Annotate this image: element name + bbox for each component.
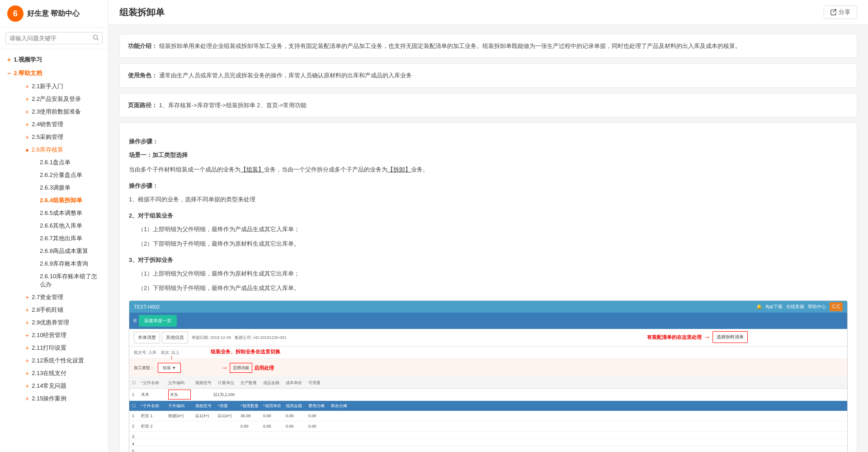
svg-line-1 [97, 39, 99, 40]
sidebar-item-2-13[interactable]: + 2.13在线支付 [13, 367, 108, 380]
sidebar-item-2-4[interactable]: + 2.4销售管理 [13, 118, 108, 131]
scene1-label: 场景一：加工类型选择 [129, 149, 848, 161]
main-area: 组装拆卸单 分享 功能介绍： 组装拆卸单用来处理企业组装或拆卸等加工业务，支持有… [108, 0, 868, 452]
ss-qty-label: 批次号: 入库 [134, 348, 156, 357]
ss-table-lower-wrap: ☐ *子件名称 子件编码 规格型号 *用量 *领用数量 *领用单价 领用金额 费… [129, 401, 847, 452]
ss-subnav: ☰ 新建单据一览 [129, 313, 847, 329]
sidebar-item-2-14[interactable]: + 2.14常见问题 [13, 380, 108, 392]
role-block: 使用角色： 通常由生产人员或库管人员完成拆装业务的操作，库管人员确认原材料的出库… [119, 63, 857, 87]
ss-type-assemble[interactable]: 组装 ▼ [158, 363, 181, 373]
annotation-3: ↑ 组装业务、拆卸业务在这里切换 [197, 347, 280, 357]
ss-top-icons: 🔔App下载在线客服帮助中心C.C [756, 302, 843, 311]
ss-lower-row-4: 4 [129, 439, 847, 446]
sidebar-item-docs[interactable]: − 2.帮助文档 [0, 67, 108, 80]
sidebar-item-2-6-10[interactable]: 2.6.10库存账本错了怎么办 [20, 270, 108, 291]
scene1-desc: 当由多个子件材料组装成一个成品的业务为【组装】业务，当由一个父件拆分成多个子产品… [129, 164, 848, 176]
screenshot-image: TEST-H002 🔔App下载在线客服帮助中心C.C ☰ 新建单据一览 本体清… [129, 300, 848, 452]
sidebar-item-videos[interactable]: + 1.视频学习 [0, 53, 108, 67]
ops-steps-label: 操作步骤： [129, 180, 848, 192]
sidebar-item-2-8[interactable]: + 2.8手机旺铺 [13, 304, 108, 316]
ss-lower-row-1: 1 栏目 1 依据(4+) 以1(3+) 以1(4+) 30.00 0.00 0… [129, 411, 847, 421]
ss-lower-row-5: 5 [129, 446, 847, 452]
annotation-1: 有装配清单的在这里处理 → 选择拆料清单 [647, 330, 748, 344]
content-area: 功能介绍： 组装拆卸单用来处理企业组装或拆卸等加工业务，支持有固定装配清单的产品… [108, 25, 868, 452]
collapse-icon: − [7, 70, 11, 77]
ss-lower-row-2: 2 栏目 2 0.00 0.00 0.00 0.00 [129, 421, 847, 432]
share-icon [830, 9, 837, 15]
sidebar-item-2-1[interactable]: + 2.1新手入门 [13, 80, 108, 93]
ss-row-1: 1 木木 木头 以1为上100 [129, 389, 847, 401]
step2-1: （1）上部明细为父件明细，最终作为产成品生成其它入库单； [129, 224, 848, 235]
sidebar-item-2-12[interactable]: + 2.12系统个性化设置 [13, 354, 108, 367]
sidebar-item-2-9[interactable]: + 2.9优惠券管理 [13, 316, 108, 329]
step3: 3、对于拆卸业务 [129, 254, 848, 266]
sidebar-item-2-6-3[interactable]: 2.6.3调拨单 [20, 181, 108, 194]
search-icon[interactable] [93, 34, 99, 42]
step1: 1、根据不同的业务，选择不同单据的类型来处理 [129, 194, 848, 205]
ops-body: 操作步骤： 场景一：加工类型选择 当由多个子件材料组装成一个成品的业务为【组装】… [119, 123, 857, 452]
page-title: 组装拆卸单 [119, 6, 165, 19]
ss-date-label: 单据日期: 2019-12-26 [192, 333, 231, 342]
sidebar-item-2-6-2[interactable]: 2.6.2分量盘点单 [20, 169, 108, 181]
ss-type-text: 加工类型： [134, 364, 154, 372]
ss-select-btn[interactable]: 选择拆料清单 [712, 331, 748, 343]
step3-2: （2）下部明细为子件明细，最终作为产成品生成其它入库单。 [129, 282, 848, 294]
sidebar-item-2-10[interactable]: + 2.10经营管理 [13, 329, 108, 342]
ops-label: 操作步骤： [129, 136, 848, 147]
path-text: 1、库存核算->库存管理->组装拆卸单 2、首页->常用功能 [159, 102, 307, 109]
sidebar-item-2-6-6[interactable]: 2.6.6其他入库单 [20, 219, 108, 232]
step2-2: （2）下部明细为子件明细，最终作为原材料生成其它出库单。 [129, 238, 848, 250]
sidebar-item-2-6[interactable]: ● 2.6库存核算 [13, 143, 108, 156]
ss-table-upper: 1 木木 木头 以1为上100 [129, 389, 847, 401]
sidebar-item-2-15[interactable]: + 2.15操作案例 [13, 392, 108, 405]
sidebar-header: 6 好生意 帮助中心 [0, 0, 108, 28]
sidebar-item-2-5[interactable]: + 2.5采购管理 [13, 131, 108, 143]
role-label: 使用角色： [128, 72, 157, 79]
sidebar-item-2-11[interactable]: + 2.11打印设置 [13, 342, 108, 354]
sidebar-item-2-6-8[interactable]: 2.6.8商品成本重算 [20, 245, 108, 257]
ss-form-tabs: 本体清楚 其他信息 [134, 332, 188, 343]
nav-sub-docs: + 2.1新手入门 + 2.2产品安装及登录 + 2.3使用前数据准备 + 2.… [0, 80, 108, 405]
ss-tab-other[interactable]: 其他信息 [162, 332, 188, 343]
top-bar: 组装拆卸单 分享 [108, 0, 868, 25]
search-box [0, 28, 108, 49]
search-input[interactable] [5, 32, 103, 44]
ss-lower-header: ☐ *子件名称 子件编码 规格型号 *用量 *领用数量 *领用单价 领用金额 费… [129, 401, 847, 411]
step3-1: （1）上部明细为父件明细，最终作为原材料生成其它出库单； [129, 268, 848, 280]
sidebar: 6 好生意 帮助中心 + 1.视频学习 − 2.帮助文档 [0, 0, 108, 452]
ss-type-selector: 加工类型： 组装 ▼ → 启用功能 启用处理 [129, 359, 847, 377]
sidebar-item-2-6-5[interactable]: 2.6.5成本调整单 [20, 207, 108, 219]
ss-type-row: 批次号: 入库 批次: 以上 ↑ 组装业务、拆卸业务在这里切换 [129, 347, 847, 359]
ss-new-tab[interactable]: 新建单据一览 [139, 315, 177, 327]
ss-lower-row-3: 3 [129, 432, 847, 439]
logo-icon: 6 [7, 5, 24, 22]
active-dot-icon: ● [25, 147, 29, 153]
nav-tree: + 1.视频学习 − 2.帮助文档 + 2.1新手入门 + 2.2产品安装及登录… [0, 49, 108, 452]
ss-app-title: TEST-H002 [134, 302, 160, 312]
nav-sub-2-6: 2.6.1盘点单 2.6.2分量盘点单 2.6.3调拨单 2.6.4组装拆卸单 … [13, 156, 108, 291]
sidebar-item-2-3[interactable]: + 2.3使用前数据准备 [13, 105, 108, 118]
annotation-4: → 启用功能 启用处理 [221, 361, 274, 375]
role-text: 通常由生产人员或库管人员完成拆装业务的操作，库管人员确认原材料的出库和产成品的入… [159, 72, 412, 79]
step2: 2、对于组装业务 [129, 210, 848, 222]
logo-text: 好生意 帮助中心 [27, 9, 80, 19]
ss-tab-detail[interactable]: 本体清楚 [134, 332, 160, 343]
sidebar-item-2-2[interactable]: + 2.2产品安装及登录 [13, 93, 108, 105]
path-block: 页面路径： 1、库存核算->库存管理->组装拆卸单 2、首页->常用功能 [119, 93, 857, 117]
ss-enable-btn[interactable]: 启用功能 [230, 363, 252, 373]
sidebar-item-2-6-7[interactable]: 2.6.7其他出库单 [20, 232, 108, 245]
ss-form-row1: 本体清楚 其他信息 单据日期: 2019-12-26 集团公司: AD-2019… [129, 329, 847, 347]
sidebar-item-2-6-9[interactable]: 2.6.9库存账本查询 [20, 257, 108, 270]
intro-block: 功能介绍： 组装拆卸单用来处理企业组装或拆卸等加工业务，支持有固定装配清单的产品… [119, 34, 857, 58]
path-label: 页面路径： [128, 102, 157, 109]
intro-label: 功能介绍： [128, 43, 157, 49]
sidebar-item-2-6-4[interactable]: 2.6.4组装拆卸单 [20, 194, 108, 207]
share-button[interactable]: 分享 [824, 5, 857, 19]
expand-icon: + [7, 56, 11, 63]
ss-table-head: ☐ *父件名称 父件编码 规格型号 计量单位 生产数量 成品金额 成本单价 可用… [129, 377, 847, 389]
sidebar-item-2-6-1[interactable]: 2.6.1盘点单 [20, 156, 108, 169]
ss-group-label: 集团公司: AD-20191226-001 [235, 333, 287, 342]
sidebar-item-2-7[interactable]: + 2.7资金管理 [13, 291, 108, 304]
intro-text: 组装拆卸单用来处理企业组装或拆卸等加工业务，支持有固定装配清单的产品加工业务，也… [159, 43, 741, 49]
